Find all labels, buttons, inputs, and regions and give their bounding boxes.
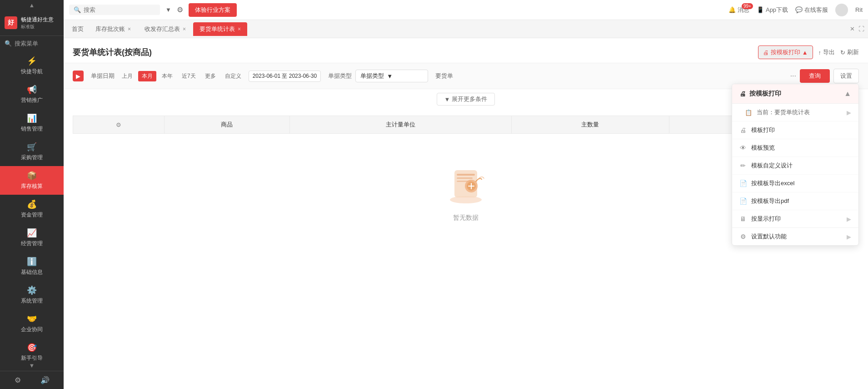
online-service-btn[interactable]: 💬 在线客服 — [795, 6, 828, 14]
export-icon: ↑ — [818, 49, 822, 56]
purchase-icon: 🛒 — [27, 142, 37, 152]
type-filter-group: 单据类型 单据类型 ▼ — [328, 70, 428, 82]
nav-label: 企业协同 — [21, 326, 43, 333]
tab-close-inventory-batch[interactable]: × — [128, 26, 131, 32]
date-tab-last-month[interactable]: 上月 — [118, 71, 136, 81]
nav-label: 快捷导航 — [21, 68, 43, 76]
nav-label: 营销推广 — [21, 96, 43, 104]
nav-label: 资金管理 — [21, 211, 43, 219]
svg-rect-2 — [457, 174, 475, 176]
tab-close-collection-summary[interactable]: × — [183, 26, 186, 32]
sidebar-item-quick-nav[interactable]: ⚡ 快捷导航 — [0, 51, 64, 80]
close-window-icon[interactable]: ✕ — [850, 25, 855, 32]
speaker-footer-btn[interactable]: 🔊 — [40, 376, 50, 384]
sidebar-item-sales[interactable]: 📊 销售管理 — [0, 109, 64, 137]
date-tab-current-month[interactable]: 本月 — [138, 71, 156, 81]
sidebar-search[interactable]: 🔍 搜索菜单 — [0, 36, 64, 51]
filter-more-icon[interactable]: ··· — [790, 72, 796, 80]
date-tab-7days[interactable]: 近7天 — [178, 71, 200, 81]
page-title: 要货单统计表(按商品) — [73, 47, 152, 58]
dropdown-export-pdf[interactable]: 📄 按模板导出pdf — [732, 192, 858, 210]
date-tab-more[interactable]: 更多 — [201, 71, 219, 81]
dropdown-template-print[interactable]: 🖨 模板打印 — [732, 121, 858, 139]
date-tab-year[interactable]: 本年 — [158, 71, 176, 81]
date-tabs: 上月 本月 本年 近7天 更多 自定义 — [118, 71, 245, 81]
topbar: 🔍 ▼ ⚙ 体验行业方案 🔔 消息 99+ 📱 App下载 💬 在线客服 Rit — [64, 0, 868, 20]
topbar-actions: 🔔 消息 99+ 📱 App下载 💬 在线客服 Rit — [728, 4, 863, 16]
tab-label: 库存批次账 — [95, 25, 125, 33]
app-download-label: App下载 — [766, 6, 788, 14]
search-bar[interactable]: 🔍 — [69, 5, 160, 15]
table-settings-icon[interactable]: ⚙ — [116, 121, 121, 128]
app-download-btn[interactable]: 📱 App下载 — [757, 6, 788, 14]
dropdown-display-print[interactable]: 🖥 按显示打印 ▶ — [732, 210, 858, 228]
sidebar-item-guide[interactable]: 🎯 新手引导 — [0, 338, 64, 360]
topbar-gear-icon[interactable]: ⚙ — [177, 5, 183, 14]
refresh-btn[interactable]: ↻ 刷新 — [840, 48, 859, 56]
export-pdf-icon: 📄 — [739, 197, 747, 205]
printer-icon: 🖨 — [739, 90, 746, 97]
notifications-btn[interactable]: 🔔 消息 99+ — [728, 6, 749, 14]
sidebar-item-operations[interactable]: 📈 经营管理 — [0, 223, 64, 252]
col-settings[interactable]: ⚙ — [73, 116, 165, 134]
sidebar-item-marketing[interactable]: 📢 营销推广 — [0, 80, 64, 109]
dropdown-template-preview[interactable]: 👁 模板预览 — [732, 139, 858, 157]
dropdown-close-btn[interactable]: ▲ — [844, 90, 851, 98]
dropdown-template-design[interactable]: ✏ 模板自定义设计 — [732, 157, 858, 175]
date-filter-label: 单据日期 — [91, 72, 115, 80]
notification-badge: 99+ — [742, 3, 753, 9]
export-btn[interactable]: ↑ 导出 — [818, 48, 835, 56]
sidebar: ▲ 好 畅捷通好生意 标准版 🔍 搜索菜单 ⚡ 快捷导航 📢 营销推广 📊 销售… — [0, 0, 64, 389]
display-print-arrow: ▶ — [847, 216, 851, 222]
nav-label: 系统管理 — [21, 297, 43, 305]
sidebar-scroll-up[interactable]: ▲ — [0, 0, 64, 10]
system-icon: ⚙️ — [27, 285, 37, 295]
sidebar-item-inventory[interactable]: 📦 库存核算 — [0, 166, 64, 195]
filter-actions: ··· 查询 设置 — [790, 69, 859, 83]
search-dropdown-arrow[interactable]: ▼ — [165, 6, 171, 13]
dropdown-export-excel[interactable]: 📄 按模板导出excel — [732, 175, 858, 192]
print-label: 按模板打印 — [771, 48, 800, 56]
filter-settings-btn[interactable]: 设置 — [833, 69, 859, 83]
tab-maximize-controls: ✕ ⛶ — [850, 25, 864, 32]
tab-collection-summary[interactable]: 收发存汇总表 × — [138, 22, 192, 36]
date-range-display[interactable]: 2023-06-01 至 2023-06-30 — [249, 71, 321, 82]
username-label: Rit — [855, 6, 863, 13]
sidebar-item-basic-info[interactable]: ℹ️ 基础信息 — [0, 252, 64, 281]
query-btn[interactable]: 查询 — [800, 69, 830, 83]
guide-icon: 🎯 — [27, 343, 37, 353]
expand-more-btn[interactable]: ▼ 展开更多条件 — [437, 93, 495, 106]
sidebar-item-system[interactable]: ⚙️ 系统管理 — [0, 281, 64, 309]
dropdown-current-item[interactable]: 📋 当前：要货单统计表 ▶ — [732, 104, 858, 121]
sidebar-item-purchase[interactable]: 🛒 采购管理 — [0, 137, 64, 166]
nav-label: 经营管理 — [21, 240, 43, 248]
tab-home[interactable]: 首页 — [67, 22, 88, 36]
maximize-window-icon[interactable]: ⛶ — [858, 25, 864, 32]
nav-label: 销售管理 — [21, 125, 43, 133]
sidebar-item-enterprise[interactable]: 🤝 企业协同 — [0, 309, 64, 338]
date-tab-custom[interactable]: 自定义 — [221, 71, 245, 81]
filter-expand-btn[interactable]: ▶ — [73, 71, 84, 81]
print-btn[interactable]: 🖨 按模板打印 ▲ — [758, 45, 813, 59]
sidebar-scroll-down[interactable]: ▼ — [0, 360, 64, 371]
tab-close-requisition-stats[interactable]: × — [238, 26, 241, 32]
type-filter-label: 单据类型 — [328, 72, 352, 80]
search-bar-icon: 🔍 — [74, 6, 81, 13]
nav-label: 采购管理 — [21, 154, 43, 162]
display-print-icon: 🖥 — [739, 215, 747, 222]
sales-icon: 📊 — [27, 113, 37, 123]
goods-filter-label: 要货单 — [435, 72, 453, 80]
date-filter-group: 单据日期 上月 本月 本年 近7天 更多 自定义 2023-06-01 至 20… — [91, 71, 321, 82]
settings-footer-btn[interactable]: ⚙ — [15, 376, 21, 384]
user-avatar[interactable] — [835, 4, 848, 16]
search-input[interactable] — [84, 6, 138, 13]
quick-nav-icon: ⚡ — [27, 56, 37, 66]
sidebar-item-finance[interactable]: 💰 资金管理 — [0, 195, 64, 223]
print-dropdown-arrow: ▲ — [802, 49, 808, 56]
main-content: 🔍 ▼ ⚙ 体验行业方案 🔔 消息 99+ 📱 App下载 💬 在线客服 Rit — [64, 0, 868, 389]
type-filter-select[interactable]: 单据类型 ▼ — [355, 70, 428, 82]
industry-btn[interactable]: 体验行业方案 — [189, 3, 237, 17]
tab-requisition-stats[interactable]: 要货单统计表 × — [193, 22, 247, 36]
dropdown-set-default[interactable]: ⚙ 设置默认功能 ▶ — [732, 228, 858, 245]
tab-inventory-batch[interactable]: 库存批次账 × — [89, 22, 137, 36]
